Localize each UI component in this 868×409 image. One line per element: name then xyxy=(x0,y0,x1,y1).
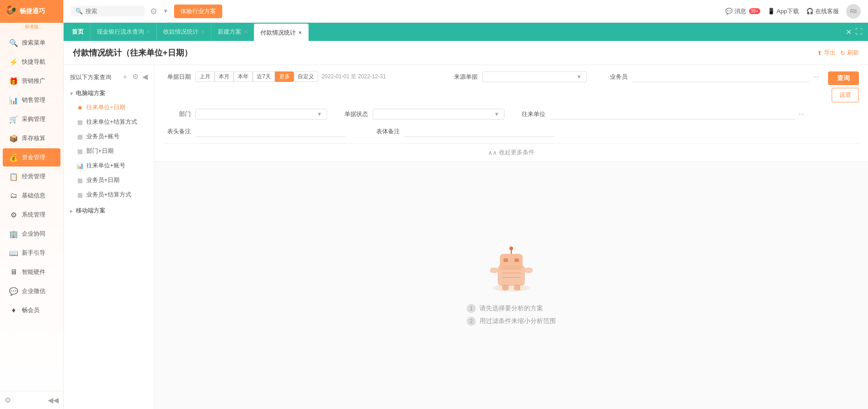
close-tab-action[interactable]: ✕ xyxy=(846,28,852,36)
date-btn-more[interactable]: 更多 xyxy=(275,71,294,82)
export-label: 导出 xyxy=(824,49,836,57)
sidebar-item-basic[interactable]: 🗂 基础信息 xyxy=(3,187,60,205)
staff-dots-icon[interactable]: ··· xyxy=(813,73,819,81)
online-service-label: 在线客服 xyxy=(815,7,839,15)
maximize-tab-action[interactable]: ⛶ xyxy=(855,28,863,36)
tab-receivable-close[interactable]: × xyxy=(201,29,205,35)
date-btn-this-year[interactable]: 本年 xyxy=(234,71,253,82)
date-btn-custom[interactable]: 自定义 xyxy=(294,71,318,82)
sidebar-item-finance[interactable]: 💰 资金管理 xyxy=(3,148,60,167)
app-download-item[interactable]: 📱 App下载 xyxy=(768,7,799,15)
date-btn-last-month[interactable]: 上月 xyxy=(195,71,215,82)
date-range-text: 2022-01-01 至 2022-12-31 xyxy=(322,73,386,81)
sidebar-settings-icon[interactable]: ⚙ xyxy=(5,396,11,404)
sidebar-item-system[interactable]: ⚙ 系统管理 xyxy=(3,206,60,224)
empty-tips: 1 请先选择要分析的方案 2 用过滤条件来缩小分析范围 xyxy=(467,304,556,326)
trial-button[interactable]: 体验行业方案 xyxy=(174,5,222,18)
scheme-item-staff-date[interactable]: ▦ 业务员+日期 xyxy=(64,173,154,187)
sidebar-collapse-icon[interactable]: ◀◀ xyxy=(48,396,59,404)
sidebar-item-label-purchase: 采购管理 xyxy=(22,115,45,123)
sidebar-item-member[interactable]: ♦ 畅会员 xyxy=(3,301,60,319)
refresh-button[interactable]: ↻ 刷新 xyxy=(840,49,859,57)
svg-rect-12 xyxy=(514,285,520,290)
source-select[interactable]: ▼ xyxy=(482,71,587,82)
sidebar-item-quick-nav[interactable]: ⚡ 快捷导航 xyxy=(3,53,60,71)
date-btn-7days[interactable]: 近7天 xyxy=(253,71,275,82)
svg-rect-7 xyxy=(490,268,498,273)
tab-receivable[interactable]: 收款情况统计 × xyxy=(157,23,211,41)
message-item[interactable]: 💬 消息 99+ xyxy=(725,7,760,15)
scheme-item-vendor-date[interactable]: ● 往来单位+日期 xyxy=(64,100,154,115)
scheme-header-label: 按以下方案查询 xyxy=(70,73,111,81)
settings-button[interactable]: 设置 xyxy=(832,88,859,102)
svg-rect-4 xyxy=(514,258,519,262)
sidebar-item-label-sales: 销售管理 xyxy=(22,96,45,104)
query-button[interactable]: 查询 xyxy=(828,71,859,85)
sidebar-item-label-hardware: 智能硬件 xyxy=(22,268,45,276)
scheme-item-staff-account[interactable]: ▦ 业务员+账号 xyxy=(64,129,154,144)
tab-home-label: 首页 xyxy=(72,28,84,36)
vendor-dots-icon[interactable]: ··· xyxy=(798,110,804,118)
tab-bank-close[interactable]: × xyxy=(147,29,150,35)
sidebar-item-purchase[interactable]: 🛒 采购管理 xyxy=(3,110,60,128)
header-search-box[interactable]: 🔍 xyxy=(71,6,145,16)
sidebar-item-icon-system: ⚙ xyxy=(9,210,18,219)
scheme-collapse-icon[interactable]: ◀ xyxy=(142,72,148,82)
collapse-button[interactable]: ∧∧ 收起更多条件 xyxy=(488,148,534,157)
sidebar-item-icon-finance: 💰 xyxy=(9,153,18,162)
tab-bank[interactable]: 现金银行流水查询 × xyxy=(90,23,157,41)
header-dropdown-icon[interactable]: ▼ xyxy=(163,8,169,15)
scheme-group-mobile-header[interactable]: ▸ 移动端方案 xyxy=(64,204,154,217)
source-label: 来源单据 xyxy=(450,73,478,81)
search-input[interactable] xyxy=(85,8,140,15)
sidebar-item-label-finance: 资金管理 xyxy=(22,153,45,162)
sidebar-item-marketing[interactable]: 🎁 营销推广 xyxy=(3,72,60,90)
user-avatar[interactable]: Rit xyxy=(846,4,861,19)
sidebar-item-label-wechat: 企业微信 xyxy=(22,287,45,295)
tab-home[interactable]: 首页 xyxy=(65,23,90,41)
vendor-input[interactable] xyxy=(550,109,795,120)
scheme-item-active-icon: ● xyxy=(76,104,84,111)
scheme-group-mobile-label: 移动端方案 xyxy=(76,207,105,215)
date-btn-this-month[interactable]: 本月 xyxy=(215,71,234,82)
sidebar-item-operation[interactable]: 📋 经营管理 xyxy=(3,167,60,186)
scheme-group-pc-arrow: ▾ xyxy=(70,90,73,97)
sidebar-item-hardware[interactable]: 🖥 智能硬件 xyxy=(3,263,60,281)
scheme-group-pc-header[interactable]: ▾ 电脑端方案 xyxy=(64,86,154,100)
logo-icon: 🐓 xyxy=(5,5,17,17)
message-badge: 99+ xyxy=(749,8,760,14)
bill-status-select[interactable]: ▼ xyxy=(373,109,504,120)
header-settings-icon[interactable]: ⚙ xyxy=(150,6,157,16)
tab-new-scheme-close[interactable]: × xyxy=(244,29,247,35)
empty-illustration xyxy=(486,245,536,295)
tip-num-1: 1 xyxy=(467,304,476,313)
sidebar-item-guide[interactable]: 📖 新手引导 xyxy=(3,244,60,262)
filter-vendor: 往来单位 ··· xyxy=(518,109,804,120)
sidebar-item-search[interactable]: 🔍 搜索菜单 xyxy=(3,34,60,52)
tab-payment-close[interactable]: × xyxy=(299,30,302,36)
remark-body-input[interactable] xyxy=(404,126,554,137)
scheme-item-staff-settle[interactable]: ▦ 业务员+结算方式 xyxy=(64,187,154,202)
export-button[interactable]: ⬆ 导出 xyxy=(817,49,836,57)
sidebar-item-label-system: 系统管理 xyxy=(22,211,45,219)
tab-new-scheme[interactable]: 新建方案 × xyxy=(211,23,254,41)
scheme-item-dept-date[interactable]: ▦ 部门+日期 xyxy=(64,144,154,158)
sidebar-item-inventory[interactable]: 📦 库存核算 xyxy=(3,129,60,147)
tab-payment[interactable]: 付款情况统计 × xyxy=(254,24,309,42)
filter-row-2: 部门 ▼ 单据状态 ▼ xyxy=(164,109,859,120)
staff-input[interactable] xyxy=(632,71,809,82)
scheme-item-vendor-settle[interactable]: ▦ 往来单位+结算方式 xyxy=(64,115,154,129)
sidebar-item-icon-member: ♦ xyxy=(9,306,18,315)
tab-bar: 首页 现金银行流水查询 × 收款情况统计 × 新建方案 × 付款情况统计 × ✕… xyxy=(64,23,868,41)
sidebar-item-wechat[interactable]: 💬 企业微信 xyxy=(3,282,60,300)
dept-select[interactable]: ▼ xyxy=(195,109,327,120)
online-service-item[interactable]: 🎧 在线客服 xyxy=(806,7,839,15)
remark-header-input[interactable] xyxy=(195,126,345,137)
scheme-settings-icon[interactable]: ⚙ xyxy=(132,72,139,82)
scheme-item-staff-settle-label: 业务员+结算方式 xyxy=(86,191,131,199)
scheme-add-icon[interactable]: ＋ xyxy=(121,72,129,82)
scheme-item-vendor-account[interactable]: 📊 往来单位+账号 xyxy=(64,158,154,173)
scheme-sidebar-header: 按以下方案查询 ＋ ⚙ ◀ xyxy=(64,70,154,86)
sidebar-item-sales[interactable]: 📊 销售管理 xyxy=(3,91,60,109)
sidebar-item-enterprise[interactable]: 🏢 企业协同 xyxy=(3,225,60,243)
